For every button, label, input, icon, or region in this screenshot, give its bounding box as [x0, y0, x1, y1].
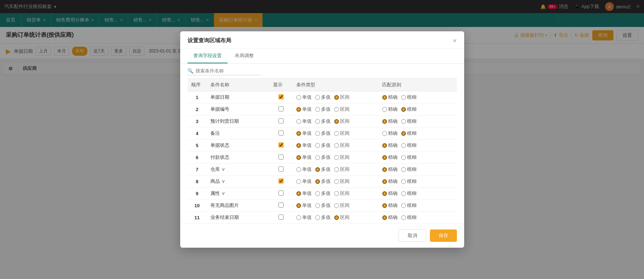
modal-overlay: 设置查询区域布局 × 查询字段设置 布局调整 🔍 顺序 [0, 0, 644, 78]
search-icon: 🔍 [187, 68, 193, 74]
modal-tab-layout[interactable]: 布局调整 [229, 49, 260, 63]
modal-search-area: 🔍 [180, 64, 464, 78]
modal-header: 设置查询区域布局 × [180, 31, 464, 49]
modal-tabs: 查询字段设置 布局调整 [180, 49, 464, 64]
modal-tab-query-fields[interactable]: 查询字段设置 [187, 49, 228, 63]
search-box: 🔍 [187, 68, 260, 75]
settings-modal: 设置查询区域布局 × 查询字段设置 布局调整 🔍 顺序 [180, 31, 464, 78]
modal-title: 设置查询区域布局 [187, 37, 231, 44]
modal-close-btn[interactable]: × [453, 38, 457, 44]
modal-tab-query-fields-label: 查询字段设置 [193, 53, 222, 58]
modal-tab-layout-label: 布局调整 [235, 53, 254, 58]
search-input[interactable] [195, 68, 260, 74]
